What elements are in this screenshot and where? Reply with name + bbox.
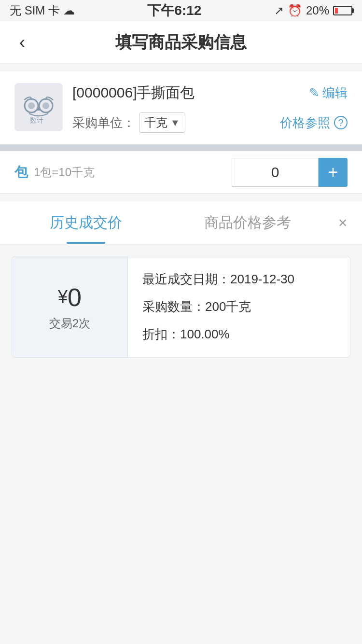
- svg-point-2: [28, 102, 35, 109]
- tab-history-price[interactable]: 历史成交价: [5, 201, 167, 244]
- unit-conversion-label: 1包=10千克: [34, 165, 95, 180]
- unit-select[interactable]: 千克 ▼: [139, 112, 185, 133]
- quantity-control: 0 +: [232, 158, 348, 187]
- history-price-display: ¥0: [58, 283, 82, 312]
- history-price-section: ¥0 交易2次: [12, 256, 128, 357]
- quantity-row: 包 1包=10千克 0 +: [0, 151, 362, 194]
- tab-history-label: 历史成交价: [50, 213, 122, 233]
- tab-close-button[interactable]: ×: [328, 208, 357, 237]
- edit-icon: ✎: [309, 85, 320, 100]
- quantity-input[interactable]: 0: [232, 158, 319, 187]
- history-details-section: 最近成交日期：2019-12-30 采购数量：200千克 折扣：100.00%: [128, 256, 350, 357]
- price-ref-label: 价格参照: [280, 114, 330, 131]
- alarm-icon: ⏰: [288, 4, 302, 17]
- edit-label: 编辑: [322, 84, 348, 101]
- product-info: [0000006]手撕面包 ✎ 编辑 采购单位： 千克 ▼ 价格参照 ?: [72, 83, 348, 133]
- tabs-container: 历史成交价 商品价格参考 ×: [0, 201, 362, 244]
- history-card: ¥0 交易2次 最近成交日期：2019-12-30 采购数量：200千克 折扣：…: [12, 256, 350, 358]
- no-sim-text: 无 SIM 卡 ☁: [10, 3, 75, 18]
- discount-row: 折扣：100.00%: [142, 325, 335, 344]
- status-time: 下午6:12: [147, 1, 201, 20]
- edit-button[interactable]: ✎ 编辑: [309, 84, 348, 101]
- discount-value: 100.00%: [180, 327, 230, 341]
- section-divider: [0, 144, 362, 151]
- recent-date-label: 最近成交日期：: [142, 272, 230, 286]
- battery-text: 20%: [306, 4, 329, 17]
- discount-label: 折扣：: [142, 327, 180, 341]
- svg-text:数计: 数计: [30, 116, 43, 124]
- quantity-plus-button[interactable]: +: [319, 158, 348, 187]
- status-right: ↗ ⏰ 20%: [274, 4, 352, 17]
- location-icon: ↗: [274, 4, 284, 17]
- currency-symbol: ¥: [58, 287, 68, 307]
- tab-active-indicator: [67, 242, 105, 244]
- product-card: 数计 [0000006]手撕面包 ✎ 编辑 采购单位： 千克 ▼ 价格参照 ?: [0, 71, 362, 144]
- status-bar: 无 SIM 卡 ☁ 下午6:12 ↗ ⏰ 20%: [0, 0, 362, 21]
- purchase-quantity-label: 采购数量：: [142, 299, 205, 314]
- battery-icon: [333, 6, 352, 15]
- svg-point-3: [42, 102, 49, 109]
- page-title: 填写商品采购信息: [115, 31, 247, 54]
- help-icon: ?: [334, 116, 348, 129]
- status-left: 无 SIM 卡 ☁: [10, 3, 75, 18]
- price-reference-button[interactable]: 价格参照 ?: [280, 114, 348, 131]
- dropdown-arrow-icon: ▼: [170, 117, 180, 128]
- recent-date-row: 最近成交日期：2019-12-30: [142, 270, 335, 289]
- main-content: ¥0 交易2次 最近成交日期：2019-12-30 采购数量：200千克 折扣：…: [0, 256, 362, 546]
- package-unit-label: 包: [14, 163, 28, 182]
- product-name: [0000006]手撕面包: [72, 83, 195, 103]
- price-value: 0: [68, 283, 82, 311]
- purchase-quantity-row: 采购数量：200千克: [142, 297, 335, 316]
- tab-price-ref-label: 商品价格参考: [204, 213, 291, 233]
- recent-date-value: 2019-12-30: [230, 272, 294, 286]
- tabs-header: 历史成交价 商品价格参考 ×: [0, 201, 362, 244]
- tab-price-reference[interactable]: 商品价格参考: [167, 201, 328, 244]
- unit-value: 千克: [144, 115, 167, 130]
- purchase-quantity-value: 200千克: [205, 299, 251, 314]
- back-button[interactable]: ‹: [14, 28, 30, 57]
- unit-label: 采购单位：: [72, 114, 135, 131]
- nav-bar: ‹ 填写商品采购信息: [0, 21, 362, 64]
- product-image: 数计: [14, 83, 63, 131]
- trades-count: 交易2次: [49, 316, 90, 331]
